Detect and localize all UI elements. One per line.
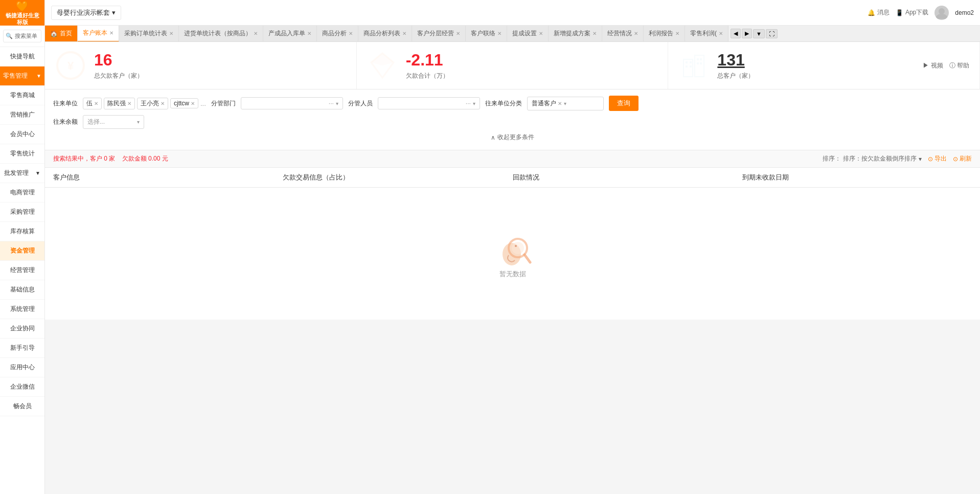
username-label[interactable]: demo2 xyxy=(955,9,974,16)
search-menu-button[interactable]: 🔍 搜索菜单 xyxy=(3,30,41,42)
svg-point-0 xyxy=(939,8,945,14)
svg-rect-12 xyxy=(690,65,692,68)
tab-business-status[interactable]: 经营情况 ✕ xyxy=(602,26,644,42)
more-dots-icon: ··· xyxy=(466,100,471,107)
filter-more-tags[interactable]: ... xyxy=(200,100,206,107)
export-button[interactable]: ⊙ 导出 xyxy=(928,154,947,163)
collapse-label: 收起更多条件 xyxy=(497,133,534,142)
sidebar-item-system[interactable]: 系统管理 xyxy=(0,300,44,319)
tab-customer-contact[interactable]: 客户联络 ✕ xyxy=(466,26,507,42)
tab-close-icon[interactable]: ✕ xyxy=(307,31,311,36)
tab-label: 经营情况 xyxy=(607,29,632,38)
tab-close-icon[interactable]: ✕ xyxy=(169,31,173,36)
sidebar-item-member2[interactable]: 畅会员 xyxy=(0,397,44,416)
tab-more[interactable]: ▼ xyxy=(753,29,765,38)
sidebar-item-inventory[interactable]: 库存核算 xyxy=(0,222,44,241)
sidebar-item-ecommerce[interactable]: 电商管理 xyxy=(0,183,44,203)
tab-label: 商品分析列表 xyxy=(363,29,400,38)
filter-tag-wang[interactable]: 王小亮 ✕ xyxy=(137,98,168,109)
filter-tag-cjttcw[interactable]: cjttcw ✕ xyxy=(170,98,198,108)
tag-remove-icon[interactable]: ✕ xyxy=(161,101,165,106)
tab-label: 零售利润( xyxy=(690,29,717,38)
sidebar-item-enterprise-wx[interactable]: 企业微信 xyxy=(0,377,44,397)
sidebar-item-operations[interactable]: 经营管理 xyxy=(0,261,44,280)
tab-close-icon[interactable]: ✕ xyxy=(592,31,597,36)
query-button[interactable]: 查询 xyxy=(609,96,639,111)
person-filter-label: 分管人员 xyxy=(348,99,373,108)
topbar: 母婴行业演示帐套 ▾ 🔔 消息 📱 App下载 demo2 xyxy=(45,0,980,26)
sidebar-item-finance[interactable]: 资金管理 xyxy=(0,241,44,261)
sidebar-item-label: 畅会员 xyxy=(13,402,32,411)
sort-dropdown[interactable]: 排序： 排序：按欠款金额倒序排序 ▾ xyxy=(823,154,922,163)
tag-remove-icon[interactable]: ✕ xyxy=(127,101,131,106)
sidebar-item-marketing[interactable]: 营销推广 xyxy=(0,105,44,125)
tab-purchase-order[interactable]: 采购订单统计表 ✕ xyxy=(119,26,179,42)
sidebar-item-basic-info[interactable]: 基础信息 xyxy=(0,280,44,300)
dept-select[interactable]: ··· ▾ xyxy=(241,97,343,109)
tab-close-icon[interactable]: ✕ xyxy=(634,31,638,36)
tab-new-raise[interactable]: 新增提成方案 ✕ xyxy=(549,26,602,42)
tab-close-icon[interactable]: ✕ xyxy=(719,31,723,36)
tab-stock-stats[interactable]: 进货单统计表（按商品） ✕ xyxy=(179,26,263,42)
tab-scroll-left[interactable]: ◀ xyxy=(731,29,741,38)
sidebar-item-app-center[interactable]: 应用中心 xyxy=(0,358,44,377)
sidebar-item-label: 会员中心 xyxy=(10,130,35,139)
tab-close-icon[interactable]: ✕ xyxy=(109,30,113,36)
tag-remove-icon[interactable]: ✕ xyxy=(191,101,195,106)
tab-product-entry[interactable]: 产成品入库单 ✕ xyxy=(263,26,317,42)
tab-close-icon[interactable]: ✕ xyxy=(539,31,543,36)
tab-close-icon[interactable]: ✕ xyxy=(254,31,258,36)
filter-tag-wu[interactable]: 伍 ✕ xyxy=(83,98,102,109)
sidebar-item-retail-stats[interactable]: 零售统计 xyxy=(0,144,44,164)
search-result-bar: 搜索结果中，客户 0 家 欠款金额 0.00 元 排序： 排序：按欠款金额倒序排… xyxy=(45,150,980,168)
diamond-icon xyxy=(367,50,398,81)
tab-customer-tier[interactable]: 客户分层经营 ✕ xyxy=(412,26,466,42)
sidebar-item-enterprise[interactable]: 企业协同 xyxy=(0,319,44,339)
account-dropdown[interactable]: 母婴行业演示帐套 ▾ xyxy=(51,6,121,20)
tab-close-icon[interactable]: ✕ xyxy=(456,31,460,36)
tag-remove-icon[interactable]: ✕ xyxy=(558,101,562,106)
question-icon: ⓘ xyxy=(949,62,955,69)
sidebar-item-purchase-mgmt[interactable]: 采购管理 xyxy=(0,203,44,222)
tab-raise-settings[interactable]: 提成设置 ✕ xyxy=(507,26,549,42)
tab-close-icon[interactable]: ✕ xyxy=(675,31,679,36)
tab-close-icon[interactable]: ✕ xyxy=(349,31,353,36)
tab-label: 客户分层经营 xyxy=(417,29,454,38)
tab-close-icon[interactable]: ✕ xyxy=(497,31,502,36)
tab-retail-profit[interactable]: 零售利润( ✕ xyxy=(685,26,728,42)
tab-goods-analysis[interactable]: 商品分析 ✕ xyxy=(317,26,358,42)
topbar-right: 🔔 消息 📱 App下载 demo2 xyxy=(868,6,974,20)
tab-home[interactable]: 🏠 首页 xyxy=(45,26,78,42)
sidebar-item-label: 应用中心 xyxy=(10,363,35,372)
sidebar-item-wholesale-mgmt[interactable]: 批发管理 ▼ xyxy=(0,164,44,183)
sidebar-item-retail-mgmt[interactable]: 零售管理 ▼ xyxy=(0,66,44,86)
sidebar-item-label: 零售管理 xyxy=(3,72,28,80)
unit-class-tag[interactable]: 普通客户 ✕ xyxy=(532,99,562,108)
svg-rect-14 xyxy=(700,62,702,64)
tab-profit-report[interactable]: 利润报告 ✕ xyxy=(644,26,685,42)
balance-select[interactable]: 选择... ▾ xyxy=(83,115,144,129)
sidebar-item-member[interactable]: 会员中心 xyxy=(0,125,44,144)
sidebar-item-quick-nav[interactable]: 快捷导航 xyxy=(0,47,44,66)
tab-expand[interactable]: ⛶ xyxy=(766,29,778,38)
video-link[interactable]: ▶ 视频 xyxy=(923,61,943,70)
tab-goods-analysis-list[interactable]: 商品分析列表 ✕ xyxy=(358,26,412,42)
message-button[interactable]: 🔔 消息 xyxy=(868,8,890,17)
help-link[interactable]: ⓘ 帮助 xyxy=(949,61,969,70)
tab-close-icon[interactable]: ✕ xyxy=(402,31,406,36)
tag-remove-icon[interactable]: ✕ xyxy=(94,101,98,106)
filter-row-1: 往来单位 伍 ✕ 陈民强 ✕ 王小亮 ✕ cjttcw xyxy=(53,96,972,111)
tab-scroll-right[interactable]: ▶ xyxy=(742,29,752,38)
tab-label: 进货单统计表（按商品） xyxy=(184,29,252,38)
tab-customer-account[interactable]: 客户账本 ✕ xyxy=(78,26,119,42)
refresh-button[interactable]: ⊙ 刷新 xyxy=(953,154,972,163)
filter-tag-chen[interactable]: 陈民强 ✕ xyxy=(104,98,135,109)
sidebar-search-area[interactable]: 🔍 搜索菜单 xyxy=(0,26,44,47)
person-select[interactable]: ··· ▾ xyxy=(378,97,480,109)
app-download-button[interactable]: 📱 App下载 xyxy=(896,8,928,17)
sidebar-item-retail-mall[interactable]: 零售商城 xyxy=(0,86,44,105)
unit-filter-tags: 伍 ✕ 陈民强 ✕ 王小亮 ✕ cjttcw ✕ ... xyxy=(83,98,206,109)
sidebar-item-new-guide[interactable]: 新手引导 xyxy=(0,339,44,358)
collapse-button[interactable]: ∧ 收起更多条件 xyxy=(491,133,534,142)
unit-class-select[interactable]: 普通客户 ✕ ▾ xyxy=(527,97,604,110)
